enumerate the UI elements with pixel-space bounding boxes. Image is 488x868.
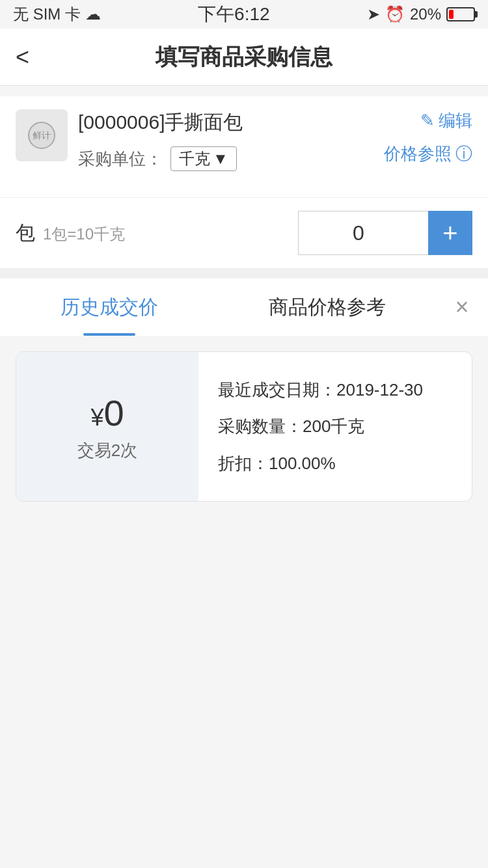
tab-active-indicator — [83, 333, 135, 336]
section-separator — [0, 268, 488, 278]
product-unit-row: 采购单位： 千克 ▼ — [78, 146, 243, 171]
quantity-section: 包 1包=10千克 + — [0, 197, 488, 268]
history-content: ¥0 交易2次 最近成交日期：2019-12-30 采购数量：200千克 折扣：… — [0, 336, 488, 661]
trade-count: 交易2次 — [77, 439, 137, 462]
sim-wifi-text: 无 SIM 卡 ☁ — [13, 4, 101, 25]
qty-input-area: + — [135, 211, 472, 255]
tab-price-reference[interactable]: 商品价格参考 — [218, 278, 436, 336]
purchase-qty-label: 采购数量： — [218, 416, 303, 436]
alarm-icon: ⏰ — [385, 5, 405, 23]
tabs-container: 历史成交价 商品价格参考 × — [0, 278, 488, 336]
history-card-left: ¥0 交易2次 — [16, 352, 198, 501]
qty-sub-label: 1包=10千克 — [43, 224, 125, 245]
last-trade-date-value: 2019-12-30 — [336, 380, 423, 400]
dropdown-arrow-icon: ▼ — [213, 150, 228, 168]
price-reference-button[interactable]: 价格参照 ⓘ — [384, 142, 472, 165]
close-tab-button[interactable]: × — [436, 278, 488, 336]
history-card-right: 最近成交日期：2019-12-30 采购数量：200千克 折扣：100.00% — [198, 352, 472, 501]
back-button[interactable]: < — [16, 44, 29, 71]
product-details: [0000006]手撕面包 采购单位： 千克 ▼ — [78, 109, 243, 171]
battery-percent: 20% — [410, 5, 441, 23]
product-header: 鲜计 [0000006]手撕面包 采购单位： 千克 ▼ ✎ 编辑 — [16, 109, 472, 171]
status-right: ➤ ⏰ 20% — [367, 5, 475, 23]
status-time: 下午6:12 — [198, 2, 270, 27]
unit-selector[interactable]: 千克 ▼ — [170, 146, 237, 171]
discount-value: 100.00% — [269, 454, 336, 473]
status-left: 无 SIM 卡 ☁ — [13, 4, 101, 25]
quantity-plus-button[interactable]: + — [428, 211, 472, 255]
page-title: 填写商品采购信息 — [156, 42, 332, 72]
purchase-qty-row: 采购数量：200千克 — [218, 414, 452, 438]
history-price: ¥0 — [90, 392, 124, 434]
product-icon: 鲜计 — [16, 109, 68, 161]
purchase-qty-value: 200千克 — [303, 416, 364, 436]
qty-unit-label: 包 — [16, 220, 35, 247]
history-card: ¥0 交易2次 最近成交日期：2019-12-30 采购数量：200千克 折扣：… — [16, 351, 472, 502]
product-right-actions: ✎ 编辑 价格参照 ⓘ — [384, 109, 472, 165]
product-card: 鲜计 [0000006]手撕面包 采购单位： 千克 ▼ ✎ 编辑 — [0, 96, 488, 197]
discount-label: 折扣： — [218, 454, 269, 473]
product-info: 鲜计 [0000006]手撕面包 采购单位： 千克 ▼ — [16, 109, 243, 171]
quantity-input[interactable] — [298, 211, 428, 255]
status-bar: 无 SIM 卡 ☁ 下午6:12 ➤ ⏰ 20% — [0, 0, 488, 29]
battery-icon — [446, 7, 475, 21]
last-trade-date-label: 最近成交日期： — [218, 380, 336, 400]
discount-row: 折扣：100.00% — [218, 452, 452, 475]
edit-button[interactable]: ✎ 编辑 — [420, 109, 472, 132]
tab-history-price[interactable]: 历史成交价 — [0, 278, 218, 336]
location-icon: ➤ — [367, 5, 380, 23]
currency-symbol: ¥ — [90, 404, 103, 431]
product-name: [0000006]手撕面包 — [78, 109, 243, 136]
nav-bar: < 填写商品采购信息 — [0, 29, 488, 86]
help-icon: ⓘ — [455, 142, 472, 165]
qty-label-area: 包 1包=10千克 — [16, 220, 125, 247]
edit-icon: ✎ — [420, 111, 435, 131]
svg-text:鲜计: 鲜计 — [33, 130, 51, 141]
unit-label: 采购单位： — [78, 148, 163, 170]
last-trade-date-row: 最近成交日期：2019-12-30 — [218, 378, 452, 401]
